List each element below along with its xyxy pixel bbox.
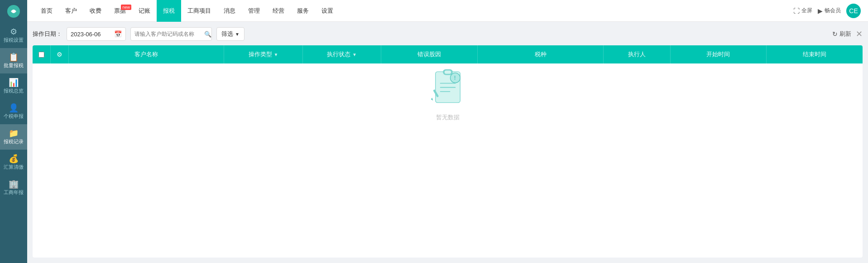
gear-icon: ⚙ [57, 51, 62, 58]
table-scroll-area: ! 暂无数据 [33, 63, 863, 258]
person-tax-icon: 👤 [9, 104, 19, 112]
date-label: 操作日期： [33, 30, 62, 38]
select-all-checkbox[interactable] [38, 52, 44, 58]
nav-item-shezhi[interactable]: 设置 [315, 0, 340, 22]
nav-item-xiaoxi[interactable]: 消息 [217, 0, 242, 22]
nav-item-gongshang[interactable]: 工商项目 [181, 0, 217, 22]
overview-icon: 📊 [9, 78, 19, 87]
th-end-time: 结束时间 [767, 45, 863, 63]
main-area: 首页 客户 收费 票据 new 记账 报税 工商项目 消息 [27, 0, 868, 263]
svg-text:!: ! [454, 74, 456, 81]
search-wrap: 🔍 [130, 27, 212, 41]
sidebar-item-label: 报税总览 [4, 88, 24, 94]
search-icon[interactable]: 🔍 [204, 31, 211, 38]
th-exec-status[interactable]: 执行状态 ▼ [303, 45, 382, 63]
filter-button[interactable]: 筛选 ▼ [216, 27, 245, 41]
nav-items: 首页 客户 收费 票据 new 记账 报税 工商项目 消息 [34, 0, 793, 22]
nav-item-jizhang[interactable]: 记账 [132, 0, 157, 22]
sort-icon: ▼ [274, 52, 278, 57]
settings-icon: ⚙ [10, 28, 17, 36]
nav-item-customer[interactable]: 客户 [59, 0, 83, 22]
th-gear[interactable]: ⚙ [51, 45, 69, 63]
date-input[interactable] [71, 31, 111, 38]
th-error-reason: 错误股因 [381, 45, 478, 63]
nav-item-guanli[interactable]: 管理 [242, 0, 266, 22]
sidebar-item-label: 报税设置 [4, 37, 24, 43]
table-container: ⚙ 客户名称 操作类型 ▼ 执行状态 ▼ 错误股因 税种 [33, 45, 863, 258]
table-body: ! 暂无数据 [33, 63, 863, 122]
refresh-button[interactable]: ↻ 刷新 [832, 30, 851, 38]
sidebar: ⚙ 报税设置 📋 批量报税 📊 报税总览 👤 个税申报 📁 报税记录 💰 汇算清… [0, 0, 27, 263]
sidebar-item-baoshuishezhi[interactable]: ⚙ 报税设置 [0, 23, 27, 48]
th-checkbox[interactable] [33, 45, 51, 63]
batch-tax-icon: 📋 [9, 53, 19, 61]
nav-item-jingying[interactable]: 经营 [266, 0, 291, 22]
calendar-icon: 📅 [114, 30, 122, 38]
nav-item-piaoju[interactable]: 票据 new [108, 0, 132, 22]
th-op-type[interactable]: 操作类型 ▼ [224, 45, 303, 63]
sidebar-item-huisuanshangjiao[interactable]: 💰 汇算清缴 [0, 150, 27, 175]
toolbar-right: ↻ 刷新 ✕ [832, 30, 863, 38]
avatar[interactable]: CE [846, 4, 861, 18]
svg-marker-11 [431, 97, 433, 100]
sidebar-logo [0, 0, 27, 23]
sidebar-item-label: 汇算清缴 [4, 164, 24, 170]
member-button[interactable]: ▶ 畅会员 [818, 7, 841, 15]
sort-icon: ▼ [352, 52, 357, 57]
refresh-icon: ↻ [832, 30, 838, 38]
sidebar-item-label: 批量报税 [4, 63, 24, 68]
sidebar-item-baoshuijilu[interactable]: 📁 报税记录 [0, 124, 27, 150]
th-start-time: 开始时间 [671, 45, 767, 63]
fullscreen-button[interactable]: ⛶ 全屏 [793, 7, 812, 15]
sidebar-item-piliangbaoshui[interactable]: 📋 批量报税 [0, 48, 27, 73]
search-input[interactable] [134, 31, 202, 37]
nav-item-shoufei[interactable]: 收费 [83, 0, 108, 22]
date-input-wrap[interactable]: 📅 [67, 27, 126, 41]
sidebar-item-baoshuizonglan[interactable]: 📊 报税总览 [0, 73, 27, 99]
nav-right: ⛶ 全屏 ▶ 畅会员 CE [793, 4, 861, 18]
th-tax-type: 税种 [478, 45, 604, 63]
chevron-down-icon: ▼ [235, 32, 240, 37]
close-button[interactable]: ✕ [856, 30, 863, 38]
sidebar-item-label: 工商年报 [4, 190, 24, 195]
nav-item-fuwu[interactable]: 服务 [291, 0, 315, 22]
sidebar-item-label: 个税申报 [4, 113, 24, 119]
svg-point-1 [12, 10, 15, 13]
empty-illustration: ! [425, 63, 470, 109]
toolbar: 操作日期： 📅 🔍 筛选 ▼ ↻ 刷新 ✕ [33, 27, 863, 41]
topnav: 首页 客户 收费 票据 new 记账 报税 工商项目 消息 [27, 0, 868, 22]
company-annual-icon: 🏢 [9, 180, 19, 188]
table-header: ⚙ 客户名称 操作类型 ▼ 执行状态 ▼ 错误股因 税种 [33, 45, 863, 63]
th-executor: 执行人 [604, 45, 670, 63]
sidebar-item-gongshangnianba[interactable]: 🏢 工商年报 [0, 175, 27, 200]
content: 操作日期： 📅 🔍 筛选 ▼ ↻ 刷新 ✕ [27, 22, 868, 263]
sidebar-item-geshuishenbao[interactable]: 👤 个税申报 [0, 99, 27, 124]
new-badge: new [121, 5, 131, 10]
th-customer-name: 客户名称 [69, 45, 224, 63]
nav-item-baoshui[interactable]: 报税 [157, 0, 181, 22]
empty-text: 暂无数据 [436, 113, 460, 122]
nav-item-home[interactable]: 首页 [34, 0, 59, 22]
svg-rect-4 [444, 70, 451, 73]
fullscreen-icon: ⛶ [793, 7, 800, 15]
sidebar-item-label: 报税记录 [4, 139, 24, 145]
video-icon: ▶ [818, 7, 823, 15]
settlement-icon: 💰 [9, 155, 19, 163]
record-icon: 📁 [9, 129, 19, 137]
